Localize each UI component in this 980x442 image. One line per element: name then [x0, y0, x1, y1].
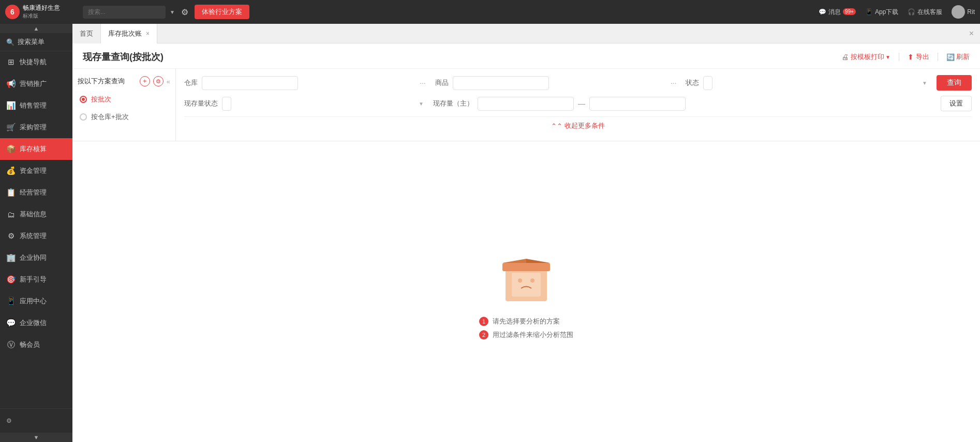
warehouse-more-icon[interactable]: ···	[420, 79, 426, 87]
app-logo: 6 畅康通好生意 标准版	[5, 4, 78, 20]
sidebar-item-operation[interactable]: 📋 经营管理	[0, 182, 72, 203]
settings-icon[interactable]: ⚙	[179, 5, 190, 19]
sidebar-item-sales[interactable]: 📊 销售管理	[0, 95, 72, 116]
trial-btn[interactable]: 体验行业方案	[195, 5, 249, 19]
appstore-icon: 📱	[6, 297, 16, 306]
sidebar-item-appstore[interactable]: 📱 应用中心	[0, 290, 72, 312]
status-filter-label: 状态	[686, 78, 699, 87]
enterprise-icon: 🏢	[6, 253, 16, 262]
sidebar-item-system[interactable]: ⚙ 系统管理	[0, 225, 72, 247]
sidebar-label-marketing: 营销推广	[20, 79, 47, 89]
top-nav-center: 搜索... ▼ ⚙ 体验行业方案	[78, 5, 819, 19]
sidebar-search-label: 搜索菜单	[18, 37, 44, 47]
phone-icon: 📱	[865, 8, 873, 16]
tab-home[interactable]: 首页	[72, 24, 101, 43]
add-scheme-btn[interactable]: +	[140, 76, 150, 86]
page-header: 现存量查询(按批次) 🖨 按模板打印 ▼ ⬆ 导出	[72, 43, 980, 69]
print-template-btn[interactable]: 🖨 按模板打印	[841, 52, 884, 62]
sidebar-item-marketing[interactable]: 📢 营销推广	[0, 73, 72, 95]
headset-icon: 🎧	[908, 8, 915, 16]
edit-scheme-btn[interactable]: ⚙	[153, 76, 164, 86]
tab-inventory-batch[interactable]: 库存批次账 ×	[101, 24, 157, 43]
nav-search-box[interactable]: 搜索...	[83, 6, 166, 19]
inventory-icon: 📦	[6, 144, 16, 154]
sales-icon: 📊	[6, 101, 16, 110]
sidebar-item-purchase[interactable]: 🛒 采购管理	[0, 116, 72, 138]
sidebar-item-finance[interactable]: 💰 资金管理	[0, 160, 72, 182]
left-panel-header-actions: + ⚙ «	[140, 76, 170, 86]
finance-icon: 💰	[6, 166, 16, 175]
sidebar-label-appstore: 应用中心	[20, 297, 47, 306]
divider	[899, 53, 899, 61]
filter-group-inventory-qty: 现存量（主） —	[433, 97, 686, 111]
sidebar-item-quick-nav[interactable]: ⊞ 快捷导航	[0, 51, 72, 73]
sidebar-settings-btn[interactable]: ⚙	[0, 413, 72, 429]
sidebar-item-inventory[interactable]: 📦 库存核算	[0, 138, 72, 160]
sidebar-item-enterprise[interactable]: 🏢 企业协同	[0, 247, 72, 269]
filter-row-1: 仓库 ··· 商品 ···	[184, 75, 972, 91]
page-header-actions: 🖨 按模板打印 ▼ ⬆ 导出 🔄 刷新	[841, 52, 970, 62]
scheme-by-warehouse-batch-label: 按仓库+批次	[91, 112, 129, 122]
nav-search-text: 搜索...	[88, 8, 106, 16]
left-panel-header: 按以下方案查询 + ⚙ «	[72, 74, 175, 91]
inventory-qty-from-input[interactable]	[478, 97, 574, 111]
hint-num-1: 1	[479, 317, 488, 326]
status-select[interactable]	[703, 76, 712, 90]
print-chevron-icon[interactable]: ▼	[885, 54, 890, 60]
query-btn[interactable]: 查询	[937, 75, 972, 91]
inventory-qty-label: 现存量（主）	[433, 99, 473, 108]
inventory-qty-to-input[interactable]	[589, 97, 686, 111]
export-label: 导出	[916, 52, 929, 62]
product-more-icon[interactable]: ···	[671, 79, 677, 87]
right-filter: 仓库 ··· 商品 ···	[176, 69, 980, 141]
home-tab-label: 首页	[80, 29, 93, 38]
refresh-btn[interactable]: 🔄 刷新	[946, 52, 970, 62]
sidebar-scroll-up-btn[interactable]: ▲	[0, 24, 72, 33]
sidebar-label-basic: 基础信息	[20, 210, 47, 219]
export-btn[interactable]: ⬆ 导出	[908, 52, 929, 62]
page-title: 现存量查询(按批次)	[83, 51, 164, 63]
inventory-status-select[interactable]	[222, 97, 231, 111]
message-nav-item[interactable]: 💬 消息 99+	[819, 8, 856, 17]
sidebar-item-vip[interactable]: Ⓥ 畅会员	[0, 334, 72, 356]
filter-group-inventory-status: 现存量状态 ▼	[184, 97, 427, 111]
settings-btn[interactable]: 设置	[941, 96, 972, 111]
sidebar-label-wechat: 企业微信	[20, 318, 47, 328]
sidebar-label-vip: 畅会员	[20, 340, 40, 349]
scheme-by-batch[interactable]: 按批次	[72, 91, 175, 108]
sidebar-item-basic[interactable]: 🗂 基础信息	[0, 203, 72, 225]
scheme-by-warehouse-batch[interactable]: 按仓库+批次	[72, 108, 175, 126]
sidebar-item-wechat[interactable]: 💬 企业微信	[0, 312, 72, 334]
collapse-filter-btn[interactable]: ⌃⌃ 收起更多条件	[184, 116, 972, 135]
company-name: 畅康通好生意	[23, 4, 60, 12]
online-service-label: 在线客服	[917, 8, 942, 17]
app-download-nav-item[interactable]: 📱 App下载	[865, 8, 898, 17]
tab-close-icon[interactable]: ×	[146, 30, 150, 37]
app-download-label: App下载	[875, 8, 898, 17]
sidebar-label-newuser: 新手引导	[20, 275, 47, 284]
warehouse-input[interactable]	[202, 76, 298, 90]
print-template-label: 按模板打印	[851, 52, 884, 62]
dropdown-arrow-icon[interactable]: ▼	[170, 9, 175, 15]
sidebar-item-newuser[interactable]: 🎯 新手引导	[0, 269, 72, 290]
filter-group-warehouse: 仓库 ···	[184, 76, 429, 90]
search-icon: 🔍	[6, 38, 14, 46]
content-area: 首页 库存批次账 × × 现存量查询(按批次) 🖨 按模板打印	[72, 24, 980, 442]
radio-dot-inner	[82, 98, 85, 101]
radio-by-warehouse-icon	[80, 113, 87, 121]
product-input[interactable]	[453, 76, 549, 90]
refresh-icon: 🔄	[946, 53, 955, 61]
message-badge: 99+	[843, 8, 856, 15]
print-btn-wrap: 🖨 按模板打印 ▼	[841, 52, 890, 62]
filter-group-product: 商品 ···	[435, 76, 680, 90]
sidebar-scroll-down-btn[interactable]: ▼	[0, 433, 72, 442]
tab-bar: 首页 库存批次账 × ×	[72, 24, 980, 43]
tab-panel-close-icon[interactable]: ×	[963, 29, 980, 38]
collapse-panel-icon[interactable]: «	[167, 78, 170, 85]
user-nav-item[interactable]: Rit	[952, 5, 975, 19]
hint-num-2: 2	[479, 330, 488, 340]
online-service-nav-item[interactable]: 🎧 在线客服	[908, 8, 942, 17]
sidebar-search[interactable]: 🔍 搜索菜单	[0, 33, 72, 51]
warehouse-input-wrap: ···	[202, 76, 429, 90]
wechat-icon: 💬	[6, 318, 16, 328]
